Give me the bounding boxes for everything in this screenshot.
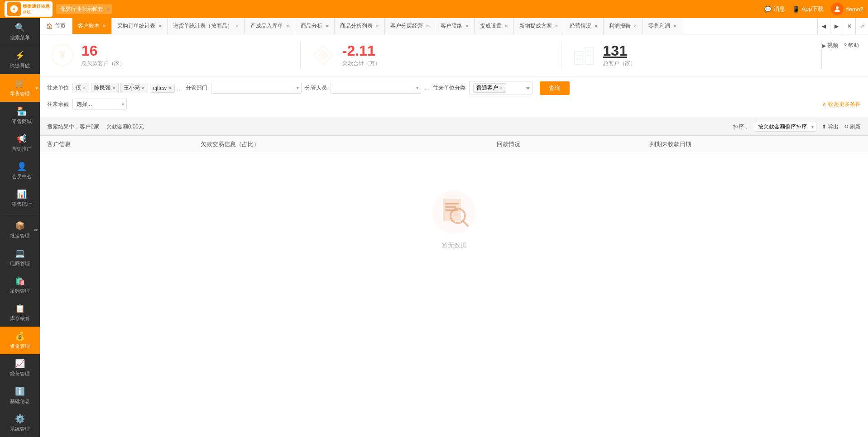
avatar-icon — [833, 5, 841, 13]
person-select[interactable] — [331, 83, 421, 94]
sidebar-item-search[interactable]: 🔍 搜索菜单 — [0, 18, 40, 46]
search-icon: 🔍 — [15, 23, 25, 33]
filter-tag-0[interactable]: 佤 ✕ — [72, 83, 89, 93]
sidebar-item-ecommerce[interactable]: 💻 电商管理 — [0, 244, 40, 271]
col-debt-info: 欠款交易信息（占比） — [193, 136, 489, 153]
tab-close-3[interactable]: ✕ — [286, 24, 289, 28]
sidebar-item-system[interactable]: ⚙️ 系统管理 — [0, 409, 40, 437]
sidebar-item-retail[interactable]: 🛒 零售管理 ▾ — [0, 74, 40, 102]
video-icon: ▶ — [822, 43, 826, 49]
quick-nav-icon: ⚡ — [15, 51, 25, 61]
filter-tag-3[interactable]: cjttcw ✕ — [150, 84, 175, 93]
filter-tag-close-1[interactable]: ✕ — [112, 86, 115, 90]
sidebar-item-operations[interactable]: 📈 经营管理 — [0, 354, 40, 382]
app-download-btn[interactable]: 📱 App下载 — [792, 5, 824, 13]
sidebar-item-member[interactable]: 👤 会员中心 — [0, 157, 40, 185]
nav-tab-3[interactable]: 产成品入库单 ✕ — [245, 18, 295, 34]
user-menu[interactable]: demo2 — [831, 3, 863, 15]
sidebar-item-basic-info[interactable]: ℹ️ 基础信息 — [0, 382, 40, 409]
filter-tags-more-btn[interactable]: ... — [177, 85, 182, 92]
nav-expand-btn[interactable]: ⤢ — [855, 18, 868, 34]
filter-tag-close-0[interactable]: ✕ — [82, 86, 86, 90]
tab-close-1[interactable]: ✕ — [158, 24, 162, 28]
nav-tab-8[interactable]: 提成设置 ✕ — [475, 18, 514, 34]
sort-select[interactable]: 按欠款金额倒序排序 — [755, 122, 816, 132]
sidebar-item-quick-nav[interactable]: ⚡ 快捷导航 — [0, 46, 40, 74]
nav-tab-0[interactable]: 客户账本 ✕ — [72, 18, 112, 34]
ecommerce-icon: 💻 — [15, 248, 25, 258]
search-count: 搜索结果中，客户0家 — [47, 123, 99, 131]
tab-close-12[interactable]: ✕ — [673, 24, 676, 28]
nav-tab-6[interactable]: 客户分层经营 ✕ — [385, 18, 435, 34]
unit-class-selector[interactable]: 普通客户 ✕ ▾ — [469, 81, 532, 95]
tab-label-6: 客户分层经营 — [390, 22, 423, 30]
tab-close-4[interactable]: ✕ — [325, 24, 329, 28]
tab-close-5[interactable]: ✕ — [375, 24, 379, 28]
nav-tab-11[interactable]: 利润报告 ✕ — [604, 18, 643, 34]
stat-item-debt: -2.11 欠款合计（万） — [301, 42, 561, 69]
refresh-icon: ↻ — [844, 124, 849, 130]
nav-tab-12[interactable]: 零售利润 ✕ — [643, 18, 682, 34]
nav-tab-1[interactable]: 采购订单统计表 ✕ — [112, 18, 168, 34]
sidebar-item-finance[interactable]: 💰 资金管理 — [0, 327, 40, 354]
result-bar: 搜索结果中，客户0家 欠款金额0.00元 排序： 按欠款金额倒序排序 ⬆ 导出 — [40, 118, 868, 136]
sidebar-item-inventory[interactable]: 📋 库存核算 — [0, 299, 40, 327]
org-selector[interactable]: 母婴行业演示帐套 — [56, 4, 112, 14]
filter-tag-1[interactable]: 陈民强 ✕ — [91, 83, 119, 93]
video-link[interactable]: ▶ 视频 — [822, 42, 838, 49]
retail-arrow: ▾ — [36, 86, 38, 90]
nav-tab-9[interactable]: 新增提成方案 ✕ — [514, 18, 564, 34]
unit-class-label: 往来单位分类 — [433, 84, 465, 92]
nav-home[interactable]: 🏠 首页 — [40, 18, 72, 34]
unit-class-arrow: ▾ — [526, 86, 528, 90]
tab-close-11[interactable]: ✕ — [633, 24, 637, 28]
tab-close-9[interactable]: ✕ — [555, 24, 558, 28]
svg-rect-15 — [587, 54, 588, 56]
tab-close-6[interactable]: ✕ — [426, 24, 429, 28]
refresh-btn[interactable]: ↻ 刷新 — [844, 123, 861, 131]
dept-select[interactable] — [211, 83, 302, 94]
collapse-btn[interactable]: ∧ 收起更多条件 — [822, 100, 861, 108]
finance-icon: 💰 — [15, 331, 25, 341]
query-btn[interactable]: 查询 — [540, 81, 570, 95]
export-btn[interactable]: ⬆ 导出 — [822, 123, 839, 131]
sidebar-item-purchase[interactable]: 🛍️ 采购管理 — [0, 271, 40, 299]
tab-close-7[interactable]: ✕ — [465, 24, 469, 28]
empty-state: 暂无数据 — [40, 153, 868, 286]
stat-label-total: 总客户（家） — [603, 60, 813, 67]
sidebar-item-retail-mall[interactable]: 🏪 零售商城 — [0, 102, 40, 129]
tab-label-5: 商品分析列表 — [340, 22, 373, 30]
nav-tab-4[interactable]: 商品分析 ✕ — [295, 18, 335, 34]
sidebar-item-wholesale[interactable]: 📦 批发管理 ▾ — [0, 216, 40, 244]
diamond-svg — [312, 44, 335, 66]
nav-prev-btn[interactable]: ◀ — [817, 18, 830, 34]
nav-next-btn[interactable]: ▶ — [830, 18, 843, 34]
filter-tag-close-3[interactable]: ✕ — [168, 86, 172, 90]
logo-box: ¥ 畅捷通好生意 标版 — [5, 1, 53, 17]
stat-icon-diamond — [310, 42, 337, 69]
help-link[interactable]: ? 帮助 — [844, 42, 859, 49]
person-more-btn[interactable]: ... — [425, 85, 429, 91]
tab-label-7: 客户联络 — [441, 22, 462, 30]
unit-class-close[interactable]: ✕ — [499, 86, 503, 90]
filter-tag-close-2[interactable]: ✕ — [141, 86, 145, 90]
svg-rect-14 — [590, 51, 591, 52]
tab-close-2[interactable]: ✕ — [235, 24, 239, 28]
help-icon: ? — [844, 43, 847, 49]
filter-tag-2[interactable]: 王小亮 ✕ — [120, 83, 148, 93]
tab-close-10[interactable]: ✕ — [594, 24, 598, 28]
tab-close-8[interactable]: ✕ — [504, 24, 508, 28]
nav-tab-10[interactable]: 经营情况 ✕ — [564, 18, 604, 34]
purchase-icon: 🛍️ — [15, 276, 25, 286]
nav-close-all-btn[interactable]: ✕ — [843, 18, 855, 34]
sidebar-item-marketing[interactable]: 📢 营销推广 — [0, 129, 40, 157]
sidebar-item-retail-stats[interactable]: 📊 零售统计 — [0, 185, 40, 212]
balance-select[interactable]: 选择... — [72, 99, 127, 109]
nav-tab-5[interactable]: 商品分析列表 ✕ — [335, 18, 385, 34]
tab-label-8: 提成设置 — [480, 22, 502, 30]
nav-tab-2[interactable]: 进货单统计表（按商品） ✕ — [168, 18, 245, 34]
tab-close-0[interactable]: ✕ — [102, 24, 106, 28]
message-btn[interactable]: 💬 消息 — [764, 5, 785, 13]
stat-label-debt: 欠款合计（万） — [342, 60, 552, 67]
nav-tab-7[interactable]: 客户联络 ✕ — [435, 18, 475, 34]
